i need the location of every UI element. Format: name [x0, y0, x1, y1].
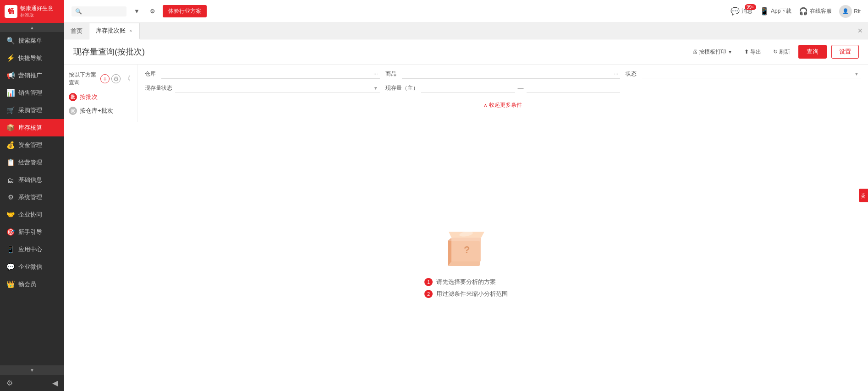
scheme-label-by-warehouse-batch: 按仓库+批次	[80, 107, 113, 115]
sidebar-item-label: 资金管理	[18, 141, 42, 149]
scheme-item-by-warehouse-batch[interactable]: ◎ 按仓库+批次	[64, 104, 137, 118]
guide-icon: 🎯	[6, 228, 15, 236]
sidebar-item-label: 快捷导航	[18, 54, 42, 62]
tab-home-label: 首页	[71, 27, 82, 35]
tab-home[interactable]: 首页	[64, 23, 89, 39]
messages-item[interactable]: 💬 消息 99+	[731, 7, 753, 16]
warehouse-input-wrap[interactable]: ···	[161, 69, 380, 79]
sidebar-item-basic[interactable]: 🗂 基础信息	[0, 171, 64, 189]
app-center-icon: 📱	[6, 245, 15, 254]
quantity-to-wrap[interactable]	[527, 83, 621, 93]
topbar-search-area[interactable]: 🔍	[71, 6, 126, 16]
product-dots[interactable]: ···	[614, 71, 618, 77]
scheme-icon-batch: 批	[69, 93, 77, 101]
sidebar-item-label: 基础信息	[18, 176, 42, 184]
quantity-from-wrap[interactable]	[421, 83, 515, 93]
scheme-header-actions: + ⚙ 《	[100, 74, 132, 83]
close-icon: ×	[857, 26, 863, 36]
export-btn[interactable]: ⬆ 导出	[741, 46, 765, 58]
quick-nav-icon: ⚡	[6, 54, 15, 62]
scheme-item-by-batch[interactable]: 批 按批次	[64, 90, 137, 104]
tab-close-icon[interactable]: ×	[128, 28, 133, 33]
sidebar-item-label: 搜索菜单	[18, 37, 42, 45]
sidebar-item-enterprise[interactable]: 🤝 企业协同	[0, 206, 64, 223]
scheme-settings-btn[interactable]: ⚙	[111, 74, 121, 83]
scheme-collapse-btn[interactable]: 《	[122, 75, 132, 83]
sidebar-item-wechat[interactable]: 💬 企业微信	[0, 258, 64, 276]
sidebar-item-app-center[interactable]: 📱 应用中心	[0, 241, 64, 258]
topbar-search-input[interactable]	[84, 8, 121, 15]
scheme-header-label: 按以下方案查询	[69, 71, 100, 87]
refresh-btn[interactable]: ↻ 刷新	[769, 46, 794, 58]
sidebar-scroll-down[interactable]: ▼	[0, 365, 64, 375]
search-icon: 🔍	[6, 37, 15, 45]
topbar-dropdown-btn[interactable]: ▼	[131, 6, 143, 16]
filter-area: 按以下方案查询 + ⚙ 《 批 按批次 ◎ 按仓库+批次	[64, 65, 868, 122]
collapse-label: 收起更多条件	[489, 101, 522, 109]
tab-panel-close[interactable]: ×	[857, 26, 868, 36]
sidebar-item-search[interactable]: 🔍 搜索菜单	[0, 32, 64, 49]
quantity-to-input[interactable]	[528, 85, 619, 91]
empty-steps: 1 请先选择要分析的方案 2 用过滤条件来缩小分析范围	[424, 278, 508, 298]
topbar-settings-btn[interactable]: ⚙	[147, 6, 158, 16]
inventory-status-caret: ▼	[374, 86, 378, 91]
sidebar-item-purchase[interactable]: 🛒 采购管理	[0, 102, 64, 119]
inventory-status-select-wrap[interactable]: ▼	[175, 84, 380, 92]
svg-marker-3	[448, 238, 451, 266]
scheme-icon-warehouse-batch: ◎	[69, 107, 77, 115]
product-input-wrap[interactable]: ···	[402, 69, 621, 79]
status-select-wrap[interactable]: ▼	[642, 70, 861, 78]
experience-button[interactable]: 体验行业方案	[163, 5, 207, 17]
filter-group-product: 商品 ···	[385, 69, 621, 79]
scheme-panel: 按以下方案查询 + ⚙ 《 批 按批次 ◎ 按仓库+批次	[64, 65, 137, 122]
app-edition: 标准版	[20, 12, 53, 18]
basic-icon: 🗂	[6, 176, 15, 184]
settings-button[interactable]: 设置	[831, 45, 859, 59]
inventory-icon: 📦	[6, 124, 15, 132]
sidebar-collapse-icon[interactable]: ◀	[52, 379, 58, 387]
filter-group-inventory-status: 现存量状态 ▼	[145, 84, 380, 92]
export-icon: ⬆	[744, 49, 749, 55]
tab-batch-ledger-label: 库存批次账	[96, 27, 126, 35]
sidebar-item-label: 应用中心	[18, 245, 42, 254]
status-label: 状态	[626, 70, 639, 78]
template-print-btn[interactable]: 🖨 按模板打印 ▼	[688, 46, 736, 58]
sidebar-item-inventory[interactable]: 📦 库存核算	[0, 119, 64, 136]
tab-batch-ledger[interactable]: 库存批次账 ×	[89, 23, 140, 39]
warehouse-input[interactable]	[163, 71, 374, 77]
sidebar-item-finance[interactable]: 💰 资金管理	[0, 136, 64, 154]
sidebar-item-marketing[interactable]: 📢 营销推广	[0, 67, 64, 84]
enterprise-icon: 🤝	[6, 211, 15, 219]
sidebar-item-quick-nav[interactable]: ⚡ 快捷导航	[0, 49, 64, 67]
sidebar-item-member[interactable]: 👑 畅会员	[0, 276, 64, 293]
quantity-from-input[interactable]	[423, 85, 513, 91]
sidebar-item-label: 新手引导	[18, 228, 42, 236]
right-hint[interactable]: Rit	[859, 189, 868, 202]
collapse-icon: ∧	[483, 102, 488, 109]
product-input[interactable]	[404, 71, 614, 77]
sidebar-item-guide[interactable]: 🎯 新手引导	[0, 223, 64, 241]
sidebar-item-label: 畅会员	[18, 280, 36, 288]
quantity-dash: —	[518, 85, 524, 92]
user-profile-item[interactable]: 👤 Rit	[839, 5, 861, 18]
sidebar-footer: ⚙ ◀	[0, 375, 64, 391]
scheme-label-by-batch: 按批次	[80, 93, 98, 101]
sidebar-item-system[interactable]: ⚙ 系统管理	[0, 189, 64, 206]
filter-row-2: 现存量状态 ▼ 现存量（主） —	[145, 83, 861, 93]
sidebar-item-label: 经营管理	[18, 158, 42, 167]
service-icon: 🎧	[799, 7, 808, 16]
page-header: 现存量查询(按批次) 🖨 按模板打印 ▼ ⬆ 导出 ↻ 刷新 查询 设置	[64, 39, 868, 65]
app-title: 畅康通好生意	[20, 5, 53, 12]
sidebar-item-operation[interactable]: 📋 经营管理	[0, 154, 64, 171]
empty-step-1: 1 请先选择要分析的方案	[424, 278, 508, 286]
page-title: 现存量查询(按批次)	[73, 46, 145, 57]
online-service-item[interactable]: 🎧 在线客服	[799, 7, 832, 16]
app-download-item[interactable]: 📱 App下载	[760, 7, 791, 16]
query-button[interactable]: 查询	[798, 45, 827, 59]
sidebar-settings-icon[interactable]: ⚙	[6, 379, 13, 387]
sidebar-scroll-up[interactable]: ▲	[0, 23, 64, 32]
scheme-add-btn[interactable]: +	[100, 74, 110, 83]
sidebar-item-sales[interactable]: 📊 销售管理	[0, 84, 64, 102]
warehouse-dots[interactable]: ···	[374, 71, 378, 77]
collapse-conditions-btn[interactable]: ∧ 收起更多条件	[483, 101, 522, 109]
